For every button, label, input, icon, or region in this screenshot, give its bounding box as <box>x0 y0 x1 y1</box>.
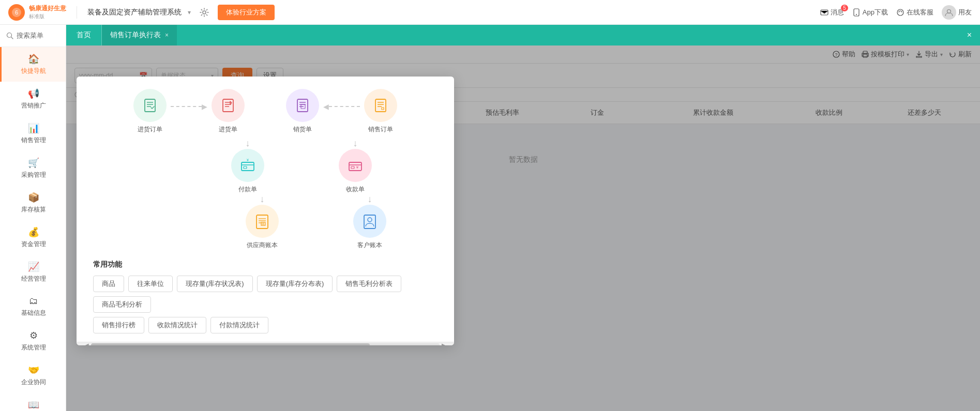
quick-nav-icon: 🏠 <box>28 53 39 65</box>
sidebar-label-inventory: 库存核算 <box>21 205 46 214</box>
tab-home[interactable]: 首页 <box>66 25 102 45</box>
scrollbar-track[interactable] <box>91 343 440 346</box>
svg-point-6 <box>897 9 903 16</box>
sidebar-label-quick-nav: 快捷导航 <box>21 67 46 75</box>
payment-bill-node[interactable]: ¥ 付款单 <box>231 149 264 194</box>
search-menu[interactable]: 搜索菜单 <box>0 25 66 47</box>
content-area: 首页 销售订单执行表 × × ? 帮助 按模板打印 ▾ <box>66 25 980 411</box>
tab-close-icon[interactable]: × <box>165 32 169 39</box>
message-action[interactable]: 消息 5 <box>820 8 844 17</box>
top-header: 6 畅康通好生意 标准版 装备及固定资产辅助管理系统 ▾ 体验行业方案 消息 5… <box>0 0 980 25</box>
sidebar-label-finance: 资金管理 <box>21 240 46 249</box>
func-btn-stock-status[interactable]: 现存量(库存状况表) <box>177 276 253 292</box>
scrollbar-left-arrow[interactable]: ◀ <box>85 342 89 345</box>
svg-text:账: 账 <box>262 222 265 225</box>
sidebar-item-base-info[interactable]: 🗂 基础信息 <box>0 290 66 324</box>
purchase-bill-node[interactable]: 进货单 <box>212 89 245 134</box>
sidebar-item-finance[interactable]: 💰 资金管理 <box>0 220 66 255</box>
logo-text-block: 畅康通好生意 标准版 <box>29 4 66 20</box>
sidebar-item-enterprise[interactable]: 🤝 企业协同 <box>0 358 66 393</box>
svg-rect-39 <box>351 166 354 169</box>
sales-order-circle <box>364 89 397 122</box>
sales-bill-node[interactable]: 销货单 <box>286 89 319 134</box>
sidebar-label-operation: 经营管理 <box>21 275 46 283</box>
online-service-action[interactable]: 在线客服 <box>896 8 933 17</box>
svg-rect-24 <box>297 99 308 112</box>
user-action[interactable]: 用友 <box>942 5 972 20</box>
flow-modal: 进货订单 ▶ <box>77 77 454 345</box>
header-right: 消息 5 App下载 在线客服 用友 <box>820 5 972 20</box>
sales-icon: 📊 <box>28 123 39 134</box>
sidebar: 搜索菜单 🏠 快捷导航 📢 营销推广 📊 销售管理 🛒 采购管理 📦 库存核算 … <box>0 25 66 411</box>
receipt-bill-label: 收款单 <box>346 185 365 194</box>
tab-bar-close-icon[interactable]: × <box>967 31 972 40</box>
online-service-label: 在线客服 <box>907 8 933 17</box>
arrow-purchase-to-bill: ▶ <box>171 102 207 111</box>
func-btn-receipt-stats[interactable]: 收款情况统计 <box>148 317 206 333</box>
func-btn-sales-rank[interactable]: 销售排行榜 <box>93 317 144 333</box>
down-arrow-3: ↓ <box>246 194 279 205</box>
svg-point-48 <box>368 218 372 222</box>
guide-icon: 📖 <box>28 399 39 410</box>
app-download-action[interactable]: App下载 <box>852 8 888 17</box>
payment-bill-section: ↓ ¥ 付款单 <box>231 138 264 194</box>
purchase-bill-label: 进货单 <box>219 125 237 134</box>
page-content: ? 帮助 按模板打印 ▾ 导出 ▾ 刷新 <box>66 45 980 411</box>
func-btn-partner[interactable]: 往来单位 <box>128 276 173 292</box>
modal-scrollbar: ◀ ▶ <box>77 342 454 345</box>
func-btn-product[interactable]: 商品 <box>93 276 124 292</box>
receipt-bill-node[interactable]: ¥ 收款单 <box>339 149 372 194</box>
svg-rect-16 <box>145 99 155 112</box>
active-tab-label: 销售订单执行表 <box>110 31 161 40</box>
sidebar-item-inventory[interactable]: 📦 库存核算 <box>0 186 66 220</box>
sales-order-node[interactable]: 销售订单 <box>364 89 397 134</box>
common-title: 常用功能 <box>93 260 438 269</box>
purchase-bill-circle <box>212 89 245 122</box>
sidebar-item-quick-nav[interactable]: 🏠 快捷导航 <box>0 47 66 82</box>
svg-rect-37 <box>349 162 361 171</box>
inventory-icon: 📦 <box>28 192 39 203</box>
scrollbar-right-arrow[interactable]: ▶ <box>442 342 446 345</box>
func-btn-stock-dist[interactable]: 现存量(库存分布表) <box>257 276 333 292</box>
sidebar-label-marketing: 营销推广 <box>21 101 46 110</box>
base-info-icon: 🗂 <box>29 296 38 307</box>
func-btn-product-profit[interactable]: 商品毛利分析 <box>93 296 151 313</box>
header-left: 6 畅康通好生意 标准版 装备及固定资产辅助管理系统 ▾ 体验行业方案 <box>8 4 275 21</box>
sidebar-item-purchase[interactable]: 🛒 采购管理 <box>0 151 66 186</box>
supplier-account-section: ↓ 账 供应商账本 <box>246 194 279 250</box>
logo-title: 畅康通好生意 <box>29 4 66 13</box>
flow-row-3: ↓ 账 供应商账本 <box>93 194 438 250</box>
experience-button[interactable]: 体验行业方案 <box>218 5 275 20</box>
divider <box>77 6 77 19</box>
customer-account-node[interactable]: 客户账本 <box>353 205 386 250</box>
purchase-order-label: 进货订单 <box>138 125 162 134</box>
func-btn-profit-analysis[interactable]: 销售毛利分析表 <box>337 276 401 292</box>
dropdown-icon[interactable]: ▾ <box>188 9 191 16</box>
supplier-account-node[interactable]: 账 供应商账本 <box>246 205 279 250</box>
common-functions: 常用功能 商品 往来单位 现存量(库存状况表) 现存量(库存分布表) 销售毛利分… <box>93 260 438 333</box>
sales-bill-label: 销货单 <box>293 125 312 134</box>
svg-text:¥: ¥ <box>247 158 249 162</box>
modal-overlay: 进货订单 ▶ <box>66 45 980 411</box>
sidebar-item-guide[interactable]: 📖 新手引导 <box>0 393 66 411</box>
func-buttons-row2: 销售排行榜 收款情况统计 付款情况统计 <box>93 317 438 333</box>
svg-point-5 <box>856 14 857 15</box>
sidebar-item-operation[interactable]: 📈 经营管理 <box>0 255 66 290</box>
tab-active[interactable]: 销售订单执行表 × <box>102 25 177 45</box>
scrollbar-thumb <box>91 343 370 346</box>
logo-sub: 标准版 <box>29 13 66 20</box>
func-btn-payment-stats[interactable]: 付款情况统计 <box>210 317 268 333</box>
sidebar-label-purchase: 采购管理 <box>21 171 46 179</box>
sidebar-item-sales[interactable]: 📊 销售管理 <box>0 116 66 151</box>
settings-icon[interactable] <box>197 5 212 20</box>
sidebar-item-marketing[interactable]: 📢 营销推广 <box>0 82 66 116</box>
main-layout: 搜索菜单 🏠 快捷导航 📢 营销推广 📊 销售管理 🛒 采购管理 📦 库存核算 … <box>0 25 980 411</box>
tab-bar: 首页 销售订单执行表 × × <box>66 25 980 45</box>
purchase-order-node[interactable]: 进货订单 <box>133 89 167 134</box>
purchase-order-circle <box>133 89 167 122</box>
svg-rect-33 <box>242 162 254 171</box>
svg-text:6: 6 <box>15 9 18 16</box>
sidebar-item-system[interactable]: ⚙ 系统管理 <box>0 324 66 358</box>
svg-line-9 <box>11 37 13 39</box>
flow-row-1: 进货订单 ▶ <box>93 89 438 134</box>
